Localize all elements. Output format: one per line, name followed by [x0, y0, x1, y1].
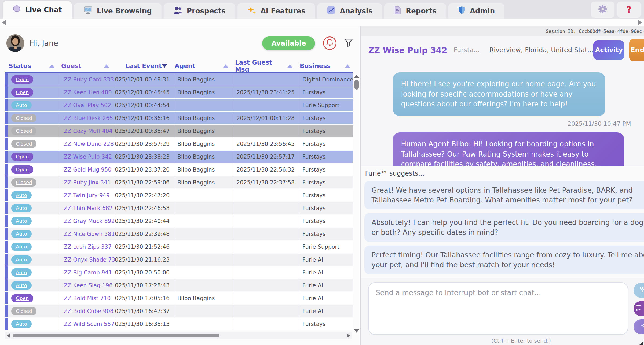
collapse-left-arrow-icon[interactable] [2, 20, 6, 25]
tab-live-browsing[interactable]: Live Browsing [74, 3, 162, 19]
filter-button[interactable] [344, 38, 353, 48]
status-badge[interactable]: Auto [11, 320, 32, 328]
cell-guest[interactable]: ZZ Wild Scum 557 [60, 318, 115, 330]
cell-guest[interactable]: ZZ Nice Gown 581 [60, 228, 115, 240]
cell-guest[interactable]: ZZ Twin Jury 949 [60, 189, 115, 201]
notifications-button[interactable] [323, 36, 336, 50]
suggestion-card[interactable]: Absolutely! I can help you find the perf… [364, 213, 644, 242]
cell-guest[interactable]: ZZ Blue Desk 265 [60, 112, 115, 124]
cell-guest[interactable]: ZZ Big Camp 941 [60, 266, 115, 279]
status-badge[interactable]: Auto [11, 101, 32, 109]
tab-analysis[interactable]: Analysis [317, 3, 382, 19]
status-badge[interactable]: Open [11, 75, 33, 84]
status-badge[interactable]: Closed [11, 127, 36, 135]
column-header-guest[interactable]: Guest [57, 60, 112, 72]
scroll-right-arrow-icon[interactable] [347, 333, 350, 338]
cell-guest[interactable]: ZZ Cozy Muff 404 [60, 125, 115, 137]
status-badge[interactable]: Auto [11, 191, 32, 199]
table-row[interactable]: ClosedZZ Bold Cube 9082025/11/30 16:47:3… [5, 305, 353, 317]
suggestion-card[interactable]: Great! We have several options in Tallah… [364, 181, 644, 210]
table-row[interactable]: AutoZZ Oval Play 5022025/12/01 00:44:54F… [5, 99, 353, 111]
status-badge[interactable]: Auto [11, 255, 32, 264]
table-row[interactable]: ClosedZZ Cozy Muff 4042025/12/01 00:35:4… [5, 125, 353, 137]
transfer-button[interactable]: Transfer [634, 301, 644, 316]
collapse-right-arrow-icon[interactable] [638, 20, 642, 25]
send-button[interactable]: Send [634, 319, 644, 334]
column-header-last-guest-msg[interactable]: Last Guest Msg [231, 60, 297, 72]
scroll-down-arrow-icon[interactable] [354, 329, 359, 333]
cell-guest[interactable]: ZZ Keen Slag 196 [60, 279, 115, 291]
table-row[interactable]: OpenZZ Keen Hen 4802025/12/01 00:45:45Bi… [5, 86, 353, 98]
horizontal-scrollbar[interactable] [5, 332, 352, 339]
settings-button[interactable] [591, 2, 614, 18]
status-badge[interactable]: Closed [11, 114, 36, 122]
cell-guest[interactable]: ZZ Gray Muck 892 [60, 215, 115, 227]
vertical-scrollbar-thumb[interactable] [354, 80, 359, 90]
cell-guest[interactable]: ZZ Wise Pulp 342 [60, 151, 115, 163]
tab-admin[interactable]: Admin [448, 3, 504, 19]
horizontal-scrollbar-thumb[interactable] [13, 334, 219, 337]
activity-button[interactable]: Activity [593, 40, 624, 60]
cell-guest[interactable]: ZZ Keen Hen 480 [60, 86, 115, 98]
status-badge[interactable]: Auto [11, 204, 32, 212]
cell-guest[interactable]: ZZ Lush Zips 337 [60, 241, 115, 253]
suggestion-card[interactable]: Perfect timing! Our Tallahassee faciliti… [364, 246, 644, 274]
status-badge[interactable]: Auto [11, 268, 32, 277]
cell-guest[interactable]: ZZ Gold Mug 950 [60, 164, 115, 176]
table-row[interactable]: OpenZZ Wise Pulp 3422025/11/30 23:38:23B… [5, 151, 353, 163]
table-row[interactable]: ClosedZZ Ruby Jinx 3412025/11/30 22:59:0… [5, 176, 353, 188]
table-row[interactable]: OpenZZ Bold Mist 7102025/11/30 17:05:16B… [5, 292, 353, 304]
cell-guest[interactable]: ZZ Thin Mark 682 [60, 202, 115, 214]
tab-live-chat[interactable]: Live Chat [3, 1, 72, 19]
table-row[interactable]: AutoZZ Onyx Shade 7332025/11/30 21:16:23… [5, 254, 353, 266]
column-header-business[interactable]: Business [297, 60, 353, 72]
cell-guest[interactable]: ZZ Onyx Shade 733 [60, 254, 115, 266]
cell-guest[interactable]: ZZ Ruby Jinx 341 [60, 176, 115, 188]
end-session-button[interactable]: End Session [629, 39, 644, 61]
status-badge[interactable]: Closed [11, 178, 36, 187]
cell-guest[interactable]: ZZ Bold Mist 710 [60, 292, 115, 304]
table-row[interactable]: AutoZZ Keen Slag 1962025/11/30 17:28:43F… [5, 279, 353, 291]
table-row[interactable]: ClosedZZ Blue Desk 2652025/12/01 00:36:1… [5, 112, 353, 124]
table-row[interactable]: OpenZZ Gold Mug 9502025/11/30 23:37:20Bi… [5, 164, 353, 176]
status-badge[interactable]: Closed [11, 307, 36, 315]
check-button[interactable]: Check [634, 283, 644, 298]
table-row[interactable]: AutoZZ Twin Jury 9492025/11/30 22:47:20F… [5, 189, 353, 201]
availability-button[interactable]: Available [262, 36, 315, 50]
table-row[interactable]: AutoZZ Wild Scum 5572025/11/30 16:35:13F… [5, 318, 353, 330]
help-button[interactable]: ? [617, 2, 641, 18]
cell-last-event: 2025/12/01 00:44:54 [115, 99, 174, 111]
table-row[interactable]: AutoZZ Thin Mark 6822025/11/30 22:46:58F… [5, 202, 353, 214]
resize-corner-icon[interactable] [639, 341, 643, 345]
table-row[interactable]: AutoZZ Gray Muck 8922025/11/30 22:40:44F… [5, 215, 353, 227]
tab-ai-features[interactable]: AI Features [237, 3, 315, 19]
scroll-left-arrow-icon[interactable] [7, 333, 10, 338]
status-badge[interactable]: Open [11, 165, 33, 174]
tab-prospects[interactable]: Prospects [164, 3, 235, 19]
table-row[interactable]: AutoZZ Lush Zips 3372025/11/30 21:52:46F… [5, 241, 353, 253]
column-label: Last Guest Msg [235, 59, 287, 73]
status-badge[interactable]: Open [11, 294, 33, 302]
scroll-up-arrow-icon[interactable] [354, 75, 359, 78]
table-row[interactable]: ClosedZZ New Dune 2282025/11/30 23:57:29… [5, 138, 353, 150]
status-badge[interactable]: Closed [11, 140, 36, 148]
status-badge[interactable]: Open [11, 153, 33, 161]
status-badge[interactable]: Auto [11, 281, 32, 290]
status-badge[interactable]: Auto [11, 230, 32, 238]
vertical-scrollbar[interactable] [353, 73, 360, 334]
status-badge[interactable]: Auto [11, 217, 32, 225]
status-badge[interactable]: Open [11, 88, 33, 97]
message-input[interactable] [368, 282, 628, 335]
tab-reports[interactable]: Reports [384, 3, 446, 19]
table-row[interactable]: AutoZZ Big Camp 9412025/11/30 20:50:00Fu… [5, 266, 353, 279]
table-row[interactable]: OpenZZ Ruby Card 3332025/12/01 00:48:31B… [5, 73, 353, 86]
cell-guest[interactable]: ZZ New Dune 228 [60, 138, 115, 150]
table-row[interactable]: AutoZZ Nice Gown 5812025/11/30 22:39:48F… [5, 228, 353, 240]
cell-guest[interactable]: ZZ Oval Play 502 [60, 99, 115, 111]
cell-guest[interactable]: ZZ Ruby Card 333 [60, 73, 115, 86]
status-badge[interactable]: Auto [11, 243, 32, 251]
column-header-agent[interactable]: Agent [171, 60, 231, 72]
column-header-status[interactable]: Status [5, 60, 57, 72]
column-header-last-event[interactable]: Last Event [112, 60, 171, 72]
cell-guest[interactable]: ZZ Bold Cube 908 [60, 305, 115, 317]
